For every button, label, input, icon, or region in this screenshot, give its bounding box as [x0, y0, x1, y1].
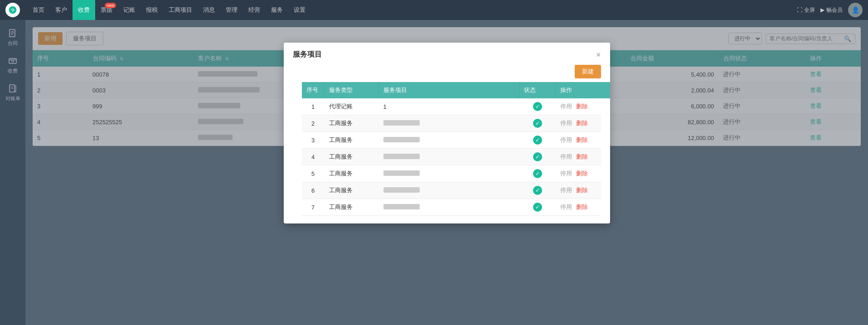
- fullscreen-button[interactable]: ⛶ 全屏: [797, 6, 815, 14]
- stop-button[interactable]: 停用: [560, 204, 572, 210]
- sidebar-item-statement[interactable]: 对账单: [0, 79, 25, 107]
- sidebar-item-contract[interactable]: 合同: [0, 24, 25, 51]
- status-check-icon: ✓: [533, 203, 542, 212]
- nav-item-管理[interactable]: 管理: [220, 0, 243, 20]
- modal-col-seq: 序号: [302, 82, 325, 98]
- modal-col-action: 操作: [556, 82, 610, 98]
- sidebar-label-statement: 对账单: [5, 95, 20, 102]
- stop-button[interactable]: 停用: [560, 170, 572, 177]
- modal-title: 服务项目: [293, 50, 322, 59]
- sidebar-label-contract: 合同: [8, 40, 18, 47]
- modal-new-button[interactable]: 新建: [575, 65, 601, 78]
- svg-point-6: [12, 60, 14, 62]
- nav-item-经营[interactable]: 经营: [243, 0, 266, 20]
- stop-button[interactable]: 停用: [560, 136, 572, 143]
- nav-item-消息[interactable]: 消息: [198, 0, 220, 20]
- nav-item-服务[interactable]: 服务: [266, 0, 288, 20]
- vip-button[interactable]: ▶ 畅会员: [820, 6, 843, 14]
- modal-col-item: 服务项目: [379, 82, 519, 98]
- delete-button[interactable]: 删除: [576, 204, 588, 210]
- doc-icon: [8, 28, 18, 38]
- svg-point-0: [9, 6, 17, 14]
- modal-table-row: 4 工商服务 ✓ 停用 删除: [302, 149, 601, 165]
- stop-button[interactable]: 停用: [560, 103, 572, 110]
- modal-table: 序号 服务类型 服务项目 状态 操作: [302, 82, 610, 98]
- status-check-icon: ✓: [533, 186, 542, 195]
- modal-scroll-container: 1 代理记账 1 ✓ 停用 删除 2 工商服务 ✓ 停用 删除 3 工商服务 ✓…: [293, 98, 601, 216]
- delete-button[interactable]: 删除: [576, 136, 588, 143]
- nav-item-首页[interactable]: 首页: [27, 0, 50, 20]
- sidebar: 合同 收费 对账单: [0, 20, 25, 325]
- nav-item-工商项目[interactable]: 工商项目: [163, 0, 198, 20]
- user-avatar[interactable]: 👤: [848, 3, 863, 17]
- money-icon: [8, 56, 18, 66]
- logo[interactable]: [5, 3, 20, 17]
- nav-item-票据[interactable]: 票据new: [95, 0, 118, 20]
- service-modal: 服务项目 × 新建 序号 服务类型 服务项目 状态 操作: [284, 43, 610, 223]
- nav-item-设置[interactable]: 设置: [288, 0, 311, 20]
- modal-table-row: 7 工商服务 ✓ 停用 删除: [302, 199, 601, 216]
- nav-item-收费[interactable]: 收费: [73, 0, 95, 20]
- modal-col-type: 服务类型: [325, 82, 379, 98]
- modal-col-status: 状态: [519, 82, 556, 98]
- nav-item-客户[interactable]: 客户: [50, 0, 73, 20]
- modal-table-row: 3 工商服务 ✓ 停用 删除: [302, 132, 601, 149]
- stop-button[interactable]: 停用: [560, 120, 572, 126]
- nav-item-报税[interactable]: 报税: [141, 0, 163, 20]
- status-check-icon: ✓: [533, 119, 542, 128]
- modal-header-row: 序号 服务类型 服务项目 状态 操作: [302, 82, 610, 98]
- main-content: 新增 服务项目 进行中 全部 已结束 已暂停 🔍: [25, 20, 868, 325]
- status-check-icon: ✓: [533, 169, 542, 178]
- delete-button[interactable]: 删除: [576, 170, 588, 177]
- stop-button[interactable]: 停用: [560, 187, 572, 194]
- modal-table-row: 5 工商服务 ✓ 停用 删除: [302, 165, 601, 182]
- modal-close-button[interactable]: ×: [596, 51, 601, 59]
- modal-table-row: 2 工商服务 ✓ 停用 删除: [302, 115, 601, 132]
- svg-rect-5: [9, 58, 16, 63]
- modal-table-row: 8 工商服务 注册 ✓ 停用 删除: [302, 216, 601, 217]
- status-check-icon: ✓: [533, 136, 542, 145]
- bill-icon: [8, 83, 18, 93]
- top-navigation: 首页客户收费票据new记账报税工商项目消息管理经营服务设置 ⛶ 全屏 ▶ 畅会员…: [0, 0, 868, 20]
- delete-button[interactable]: 删除: [576, 120, 588, 126]
- nav-right: ⛶ 全屏 ▶ 畅会员 👤: [797, 3, 863, 17]
- delete-button[interactable]: 删除: [576, 153, 588, 160]
- sidebar-label-charge: 收费: [8, 68, 18, 74]
- sidebar-item-charge[interactable]: 收费: [0, 51, 25, 79]
- delete-button[interactable]: 删除: [576, 187, 588, 194]
- modal-table-row: 1 代理记账 1 ✓ 停用 删除: [302, 98, 601, 115]
- modal-header: 服务项目 ×: [284, 43, 610, 63]
- nav-item-记账[interactable]: 记账: [118, 0, 141, 20]
- modal-toolbar: 新建: [284, 63, 610, 82]
- delete-button[interactable]: 删除: [576, 103, 588, 110]
- status-check-icon: ✓: [533, 102, 542, 111]
- stop-button[interactable]: 停用: [560, 153, 572, 160]
- modal-data-table: 1 代理记账 1 ✓ 停用 删除 2 工商服务 ✓ 停用 删除 3 工商服务 ✓…: [302, 98, 601, 216]
- modal-table-row: 6 工商服务 ✓ 停用 删除: [302, 182, 601, 199]
- status-check-icon: ✓: [533, 152, 542, 161]
